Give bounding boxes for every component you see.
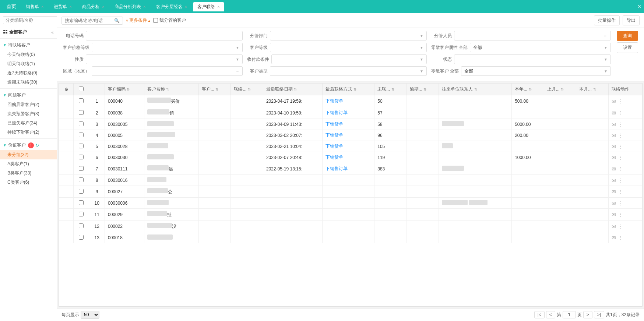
- message-action-icon[interactable]: ✉: [612, 200, 616, 206]
- checkbox-cell[interactable]: [74, 152, 89, 163]
- dept-select[interactable]: ▼: [270, 31, 427, 40]
- menu-action-icon[interactable]: ⋮: [618, 212, 623, 218]
- last-contact-date-header[interactable]: 最后联络日期 ⇅: [263, 84, 323, 95]
- settings-column-header[interactable]: ⚙: [59, 84, 74, 95]
- sidebar-item-tomorrow-pending[interactable]: 明天待联络(1): [0, 59, 57, 68]
- checkbox-cell[interactable]: [74, 141, 89, 152]
- checkbox-cell[interactable]: [74, 107, 89, 119]
- close-customer-contact-tab[interactable]: ×: [217, 4, 219, 9]
- tab-product-list[interactable]: 商品分析列表 ×: [110, 2, 150, 11]
- row-checkbox[interactable]: [79, 189, 84, 194]
- customer-type-select[interactable]: ▼: [270, 66, 427, 76]
- reset-button[interactable]: 设置: [617, 42, 638, 53]
- payment-select[interactable]: ▼: [271, 54, 427, 64]
- manager-input[interactable]: ···: [454, 31, 611, 40]
- tab-purchase[interactable]: 进货单 ×: [49, 2, 76, 11]
- checkbox-cell[interactable]: [74, 186, 89, 198]
- refresh-icon[interactable]: ↻: [35, 143, 39, 148]
- row-checkbox[interactable]: [79, 212, 84, 216]
- checkbox-cell[interactable]: [74, 119, 89, 130]
- row-checkbox[interactable]: [79, 133, 84, 137]
- search-icon-filter[interactable]: 🔍: [114, 18, 120, 23]
- nature-select[interactable]: ▼: [86, 54, 243, 64]
- message-action-icon[interactable]: ✉: [612, 177, 616, 183]
- sidebar-item-class-b[interactable]: B类客户(33): [0, 169, 57, 178]
- query-button[interactable]: 查询: [617, 31, 638, 41]
- row-checkbox[interactable]: [79, 144, 84, 148]
- message-action-icon[interactable]: ✉: [612, 121, 616, 127]
- sidebar-item-today-pending[interactable]: 今天待联络(0): [0, 50, 57, 59]
- contact-method-link[interactable]: 下销货单: [325, 155, 343, 160]
- export-button[interactable]: 导出: [623, 15, 640, 25]
- value-customers-group[interactable]: ▼ 价值客户 ! ↻: [0, 140, 57, 150]
- message-action-icon[interactable]: ✉: [612, 189, 616, 195]
- last-page-btn[interactable]: >|: [594, 311, 604, 318]
- per-page-select[interactable]: 50 20 100: [81, 311, 99, 319]
- menu-action-icon[interactable]: ⋮: [618, 144, 623, 149]
- overdue-header[interactable]: 逾期... ⇅: [407, 84, 439, 95]
- tab-home[interactable]: 首页: [3, 2, 20, 11]
- message-action-icon[interactable]: ✉: [612, 166, 616, 172]
- checkbox-cell[interactable]: [74, 209, 89, 221]
- row-checkbox[interactable]: [79, 223, 84, 228]
- message-action-icon[interactable]: ✉: [612, 235, 616, 241]
- pending-customers-group[interactable]: ▼ 待联络客户: [0, 40, 57, 50]
- message-action-icon[interactable]: ✉: [612, 212, 616, 218]
- contact-method-link[interactable]: 下销货单: [325, 133, 343, 138]
- close-all-button[interactable]: ×: [638, 3, 641, 10]
- menu-action-icon[interactable]: ⋮: [618, 177, 623, 183]
- tab-sales[interactable]: 销售单 ×: [21, 2, 48, 11]
- close-purchase-tab[interactable]: ×: [69, 4, 71, 9]
- close-customer-segment-tab[interactable]: ×: [185, 4, 187, 9]
- checkbox-cell[interactable]: [74, 163, 89, 175]
- unit-contact-header[interactable]: 往来单位联系人 ⇅: [439, 84, 512, 95]
- customer-grade-select[interactable]: ▼: [270, 43, 427, 52]
- retail-customer-select[interactable]: 全部▼: [461, 66, 611, 76]
- close-product-analysis-tab[interactable]: ×: [102, 4, 104, 9]
- tab-customer-segment[interactable]: 客户分层经客 ×: [152, 2, 191, 11]
- menu-action-icon[interactable]: ⋮: [618, 235, 623, 241]
- tab-product-analysis[interactable]: 商品分析 ×: [78, 2, 109, 11]
- contact-method-link[interactable]: 下销售订单: [325, 110, 348, 115]
- sidebar-item-unclassified[interactable]: 未分组(32): [0, 150, 57, 159]
- batch-ops-button[interactable]: 批量操作: [594, 15, 620, 25]
- contact-method-link[interactable]: 下销货单: [325, 98, 343, 103]
- checkbox-cell[interactable]: [74, 130, 89, 141]
- no-contact-days-header[interactable]: 未联... ⇅: [374, 84, 407, 95]
- customer-type-header[interactable]: 客户... ⇅: [198, 84, 231, 95]
- close-sales-tab[interactable]: ×: [41, 4, 43, 9]
- search-box[interactable]: 🔍: [61, 17, 123, 25]
- sidebar-item-churn-warning[interactable]: 流失预警客户(3): [0, 109, 57, 119]
- menu-action-icon[interactable]: ⋮: [618, 223, 623, 229]
- menu-action-icon[interactable]: ⋮: [618, 189, 623, 195]
- message-action-icon[interactable]: ✉: [612, 133, 616, 138]
- sidebar-item-class-a[interactable]: A类客户(1): [0, 159, 57, 169]
- contact-header[interactable]: 联络... ⇅: [231, 84, 263, 95]
- sidebar-item-7day-pending[interactable]: 近7天待联络(0): [0, 68, 57, 78]
- sidebar-collapse-btn[interactable]: «: [51, 30, 54, 35]
- checkbox-cell[interactable]: [74, 198, 89, 209]
- message-action-icon[interactable]: ✉: [612, 98, 616, 104]
- phone-input[interactable]: [86, 31, 243, 40]
- contact-method-link[interactable]: 下销货单: [325, 144, 343, 149]
- row-checkbox[interactable]: [79, 200, 84, 205]
- customer-code-header[interactable]: 客户编码 ⇅: [105, 84, 144, 95]
- my-customers-checkbox-label[interactable]: 我分管的客户: [153, 17, 186, 24]
- category-search-input[interactable]: [3, 16, 57, 24]
- prev-page-btn[interactable]: <: [546, 311, 555, 318]
- search-input[interactable]: [65, 18, 113, 23]
- menu-action-icon[interactable]: ⋮: [618, 133, 623, 138]
- more-conditions-btn[interactable]: ▿ 更多条件 ▴: [126, 17, 150, 24]
- customer-name-header[interactable]: 客户名称 ⇅: [144, 84, 199, 95]
- price-grade-select[interactable]: ▼: [92, 43, 243, 52]
- row-checkbox[interactable]: [79, 110, 84, 115]
- contact-method-link[interactable]: 下销货单: [325, 121, 343, 127]
- menu-action-icon[interactable]: ⋮: [618, 200, 623, 206]
- message-action-icon[interactable]: ✉: [612, 223, 616, 229]
- last-contact-method-header[interactable]: 最后联络方式 ⇅: [323, 84, 374, 95]
- retail-attr-select[interactable]: 全部▼: [470, 43, 611, 52]
- message-action-icon[interactable]: ✉: [612, 110, 616, 116]
- row-checkbox[interactable]: [79, 177, 84, 182]
- problem-customers-group[interactable]: ▼ 问题客户: [0, 90, 57, 100]
- contact-method-link[interactable]: 下销售订单: [325, 166, 348, 171]
